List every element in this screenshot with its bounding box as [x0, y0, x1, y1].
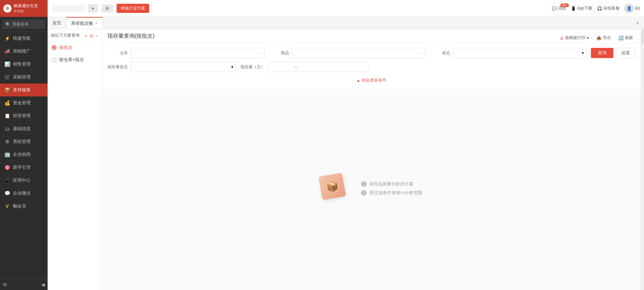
online-service-button[interactable]: 🎧 在线客服 [597, 5, 620, 11]
sidebar-item-finance[interactable]: 💰 资金管理 [0, 96, 48, 109]
newbie-icon: 🎯 [4, 165, 10, 170]
app-download-button[interactable]: 📱 App下载 [571, 5, 592, 11]
empty-tip-1: 1 请先选择要分析的方案 [361, 181, 422, 187]
gear-icon: ⚙ [105, 6, 109, 11]
print-template-button[interactable]: 🖨 按模板打印 ▾ [558, 34, 591, 42]
query-button[interactable]: 查询 [591, 48, 613, 58]
stock-qty-max[interactable] [301, 65, 321, 69]
tab-close-button[interactable]: × [95, 21, 98, 26]
message-badge: 99+ [560, 3, 569, 7]
filter-settings-icon[interactable]: ⊙ [89, 33, 94, 38]
stock-qty-range: — [268, 62, 369, 72]
message-icon: 💬 [552, 6, 557, 11]
sidebar-item-marketing[interactable]: 📣 营销推广 [0, 45, 48, 58]
app-center-icon: 📱 [4, 178, 10, 183]
user-avatar: 👤 [624, 4, 634, 13]
topbar-search-input[interactable] [54, 6, 82, 11]
filter-add-icon[interactable]: + [85, 33, 87, 38]
wechat-icon: 💬 [4, 191, 10, 196]
tab-batch-account[interactable]: 库存批次账 × [66, 17, 103, 29]
print-label: 按模板打印 [565, 35, 586, 41]
enterprise-label: 企业协同 [13, 151, 31, 158]
gear-settings-button[interactable]: ⚙ [101, 4, 113, 13]
marketing-label: 营销推广 [13, 48, 31, 54]
topbar-actions: 💬 消息 99+ 📱 App下载 🎧 在线客服 👤 Rit [552, 4, 640, 13]
sidebar-item-quick-nav[interactable]: ⚡ 快捷导航 [0, 32, 48, 45]
footer-settings-button[interactable]: ⚙ [3, 282, 7, 287]
sidebar-item-system[interactable]: ⚙ 系统管理 [0, 135, 48, 148]
user-name: Rit [635, 6, 640, 11]
filter-panel-actions: + ⊙ « [85, 33, 98, 38]
search-menu-label: 搜索菜单 [12, 21, 29, 27]
collapse-conditions-button[interactable]: ▲ 收起更多条件 [107, 75, 635, 85]
page-header-actions: 🖨 按模板打印 ▾ 📤 导出 🔄 刷新 [558, 34, 635, 42]
main-navigation: ⚡ 快捷导航 📣 营销推广 📊 销售管理 🛒 采购管理 📦 库存核算 💰 资金管… [0, 32, 48, 279]
filter-warehouse-batch-label: 按仓库+批次 [59, 57, 84, 63]
message-button[interactable]: 💬 消息 99+ [552, 5, 566, 11]
refresh-label: 刷新 [625, 35, 633, 41]
filter-item-batch[interactable]: 按批次 [48, 41, 102, 54]
quick-nav-label: 快捷导航 [13, 35, 31, 41]
tab-batch-account-label: 库存批次账 [71, 20, 93, 26]
trial-industry-button[interactable]: 体验行业方案 [117, 4, 149, 13]
product-more-icon[interactable]: ··· [419, 51, 423, 55]
product-label: 商品 [269, 50, 289, 56]
tab-home[interactable]: 首页 [48, 17, 66, 29]
sidebar-item-purchase[interactable]: 🛒 采购管理 [0, 71, 48, 84]
dropdown-arrow-button[interactable]: ▾ [88, 4, 98, 13]
inventory-label: 库存核算 [13, 87, 31, 93]
ops-label: 经营管理 [13, 113, 31, 119]
right-scrollbar[interactable] [641, 29, 644, 290]
range-dash: — [294, 65, 298, 69]
filter-item-warehouse-batch[interactable]: 按仓库+批次 [48, 54, 102, 66]
vip-label: 畅会员 [13, 203, 26, 209]
empty-face-icon: 📦 [325, 180, 339, 193]
stock-status-field: 现存量状态 ▾ [107, 62, 236, 72]
filter-batch-label: 按批次 [59, 44, 72, 51]
stock-qty-field: 现存量（主） — [240, 62, 369, 72]
filter-collapse-icon[interactable]: « [96, 33, 98, 38]
search-menu-button[interactable]: 🔍 搜索菜单 [3, 20, 45, 29]
print-icon: 🖨 [560, 36, 564, 40]
settings-button[interactable]: 设置 [616, 48, 635, 58]
sidebar-item-app-center[interactable]: 📱 应用中心 [0, 174, 48, 187]
sidebar-item-enterprise[interactable]: 🏢 企业协同 [0, 148, 48, 161]
system-icon: ⚙ [4, 139, 10, 144]
chevron-down-icon: ▾ [92, 6, 94, 11]
warehouse-more-icon[interactable]: ··· [258, 51, 261, 55]
app-edition: 标准版 [14, 9, 38, 14]
sidebar-item-newbie[interactable]: 🎯 新手引导 [0, 161, 48, 174]
status-select[interactable]: ▾ [453, 48, 587, 58]
sidebar-item-vip[interactable]: V 畅会员 [0, 200, 48, 213]
empty-box-icon: 📦 [318, 173, 346, 200]
stock-qty-min[interactable] [271, 65, 291, 69]
empty-state: 📦 1 请先选择要分析的方案 2 用过滤条件来缩小分析范围 [102, 90, 641, 290]
sidebar-item-inventory[interactable]: 📦 库存核算 [0, 84, 48, 96]
warehouse-input[interactable]: ··· [131, 48, 265, 58]
stock-status-select[interactable]: ▾ [131, 62, 236, 72]
refresh-button[interactable]: 🔄 刷新 [616, 34, 635, 42]
headset-icon: 🎧 [597, 6, 602, 11]
newbie-label: 新手引导 [13, 164, 31, 170]
export-label: 导出 [603, 35, 611, 41]
panel-close-button[interactable]: × [631, 20, 644, 26]
trial-label: 体验行业方案 [121, 6, 145, 11]
refresh-icon: 🔄 [618, 36, 624, 40]
empty-tip-2: 2 用过滤条件来缩小分析范围 [361, 190, 422, 196]
product-input[interactable]: ··· [292, 48, 426, 58]
sidebar-item-wechat[interactable]: 💬 企业微信 [0, 187, 48, 200]
sidebar-item-basic[interactable]: 🗂 基础信息 [0, 122, 48, 135]
sidebar-search-area: 🔍 搜索菜单 [0, 17, 48, 32]
filter-radio-batch [52, 45, 56, 50]
sidebar-item-ops[interactable]: 📋 经营管理 [0, 109, 48, 122]
print-dropdown-icon: ▾ [587, 36, 589, 40]
sidebar-header: B 畅康通好生意 标准版 [0, 0, 48, 17]
user-profile-button[interactable]: 👤 Rit [624, 4, 640, 13]
filter-panel: 按以下方案查询 + ⊙ « 按批次 按仓库+批次 [48, 29, 102, 290]
sidebar-item-sales[interactable]: 📊 销售管理 [0, 58, 48, 71]
vip-icon: V [4, 203, 10, 209]
stock-status-label: 现存量状态 [107, 64, 128, 70]
search-form: 仓库 ··· 商品 ··· 状态 [102, 43, 641, 90]
footer-collapse-button[interactable]: ◀ [41, 282, 45, 287]
export-button[interactable]: 📤 导出 [594, 34, 613, 42]
